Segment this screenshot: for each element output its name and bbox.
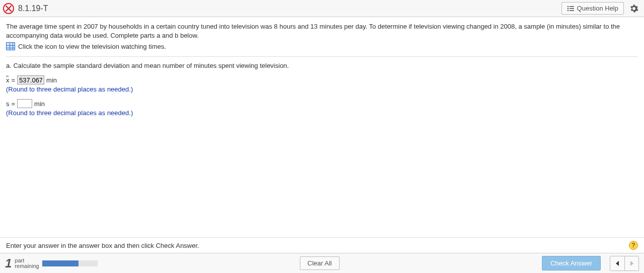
xbar-unit: min: [46, 76, 57, 84]
round-hint-2: (Round to three decimal places as needed…: [6, 109, 638, 117]
check-answer-button[interactable]: Check Answer: [542, 256, 601, 270]
s-unit: min: [34, 100, 45, 108]
svg-point-4: [567, 10, 569, 11]
equals-sign: =: [12, 76, 16, 84]
progress-fill: [42, 260, 79, 266]
clear-all-button[interactable]: Clear All: [300, 256, 339, 270]
gear-icon[interactable]: [627, 2, 641, 16]
svg-point-0: [567, 6, 569, 7]
data-link-text[interactable]: Click the icon to view the television wa…: [18, 43, 166, 50]
header-bar: 8.1.19-T Question Help: [0, 0, 644, 17]
xbar-answer-line: x = min: [6, 75, 638, 84]
question-help-button[interactable]: Question Help: [561, 2, 624, 15]
instruction-bar: Enter your answer in the answer box and …: [0, 237, 644, 253]
parts-count: 1: [5, 258, 12, 269]
help-icon[interactable]: ?: [629, 241, 638, 250]
table-icon[interactable]: [6, 42, 15, 50]
progress-bar: [42, 260, 98, 266]
svg-rect-5: [570, 10, 574, 11]
next-button[interactable]: [624, 256, 638, 270]
svg-rect-3: [570, 8, 574, 9]
equals-sign-2: =: [12, 100, 16, 108]
footer-bar: 1 part remaining Clear All Check Answer: [0, 253, 644, 273]
list-icon: [567, 6, 574, 12]
part-a-label: a. Calculate the sample standard deviati…: [6, 62, 638, 69]
divider: [6, 56, 638, 57]
parts-line1: part: [15, 258, 39, 263]
close-icon[interactable]: [3, 3, 14, 14]
xbar-input[interactable]: [17, 75, 44, 84]
svg-rect-1: [570, 6, 574, 7]
question-help-label: Question Help: [577, 5, 618, 12]
content-area: The average time spent in 2007 by househ…: [0, 17, 644, 243]
parts-remaining: 1 part remaining: [5, 258, 98, 269]
nav-buttons: [610, 256, 639, 271]
prev-button[interactable]: [610, 256, 624, 270]
svg-point-2: [567, 8, 569, 9]
s-input[interactable]: [17, 99, 32, 108]
instruction-text: Enter your answer in the answer box and …: [6, 242, 199, 249]
problem-intro: The average time spent in 2007 by househ…: [6, 22, 638, 40]
xbar-symbol: x: [6, 76, 10, 84]
round-hint-1: (Round to three decimal places as needed…: [6, 85, 638, 93]
s-symbol: s: [6, 100, 10, 108]
page-title: 8.1.19-T: [18, 4, 48, 13]
parts-line2: remaining: [15, 263, 39, 269]
s-answer-line: s = min: [6, 99, 638, 108]
